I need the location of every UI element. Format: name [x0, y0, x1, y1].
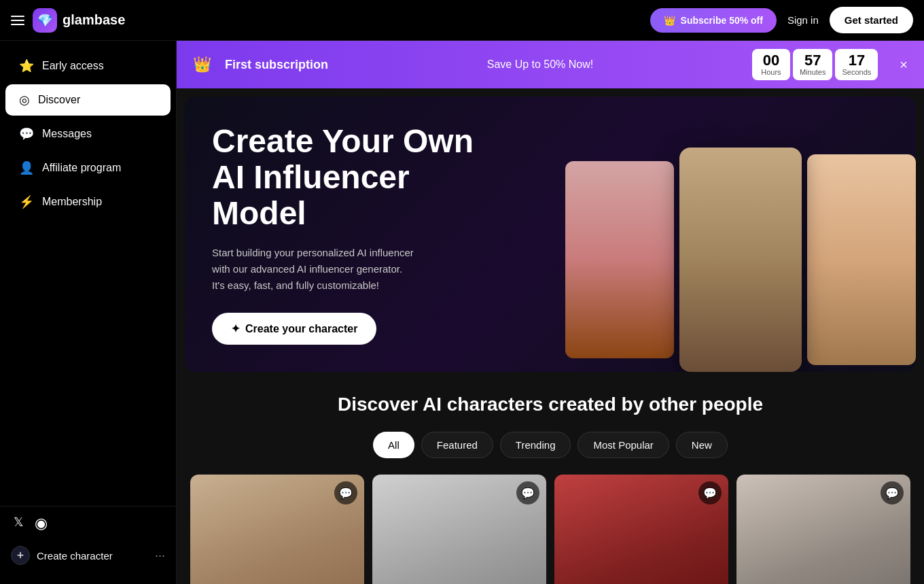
signin-button[interactable]: Sign in	[787, 14, 819, 26]
timer-hours-value: 00	[759, 53, 783, 68]
sidebar-item-discover[interactable]: ◎ Discover	[5, 84, 171, 116]
banner-close-button[interactable]: ×	[900, 57, 908, 73]
create-character-button[interactable]: ✦ Create your character	[212, 313, 376, 345]
countdown-timer: 00 Hours 57 Minutes 17 Seconds	[752, 49, 878, 80]
crown-icon: 👑	[664, 15, 675, 26]
timer-seconds: 17 Seconds	[835, 49, 878, 80]
timer-seconds-label: Seconds	[842, 68, 871, 76]
main-content: 👑 First subscription Save Up to 50% Now!…	[177, 41, 924, 584]
hero-title: Create Your Own AI Influencer Model	[212, 124, 474, 231]
twitter-x-icon[interactable]: 𝕏	[14, 515, 24, 532]
character-card-3[interactable]: 💬	[554, 475, 728, 584]
filter-tab-featured[interactable]: Featured	[421, 432, 493, 458]
discover-section: Discover AI characters created by other …	[177, 380, 924, 584]
timer-minutes-label: Minutes	[800, 68, 826, 76]
timer-hours-label: Hours	[759, 68, 783, 76]
hero-image-3	[807, 154, 916, 365]
banner-title: First subscription	[225, 58, 328, 72]
sidebar-item-label: Affiliate program	[42, 162, 121, 174]
sidebar: ⭐ Early access ◎ Discover 💬 Messages 👤 A…	[0, 41, 177, 584]
timer-minutes-value: 57	[800, 53, 826, 68]
hamburger-menu[interactable]	[11, 16, 24, 25]
filter-tab-trending[interactable]: Trending	[500, 432, 571, 458]
sidebar-item-label: Messages	[42, 128, 92, 140]
sidebar-bottom: 𝕏 ◉ + Create character ···	[0, 506, 176, 576]
filter-tabs: All Featured Trending Most Popular New	[188, 432, 913, 458]
sidebar-item-label: Membership	[42, 196, 102, 208]
hero-section: Create Your Own AI Influencer Model Star…	[185, 97, 916, 372]
logo-icon: 💎	[33, 8, 57, 33]
create-character-label: Create character	[37, 550, 148, 562]
banner-crown-icon: 👑	[193, 56, 211, 73]
filter-tab-new[interactable]: New	[676, 432, 728, 458]
membership-icon: ⚡	[19, 194, 34, 209]
timer-minutes: 57 Minutes	[793, 49, 833, 80]
star-icon: ⭐	[19, 58, 34, 73]
top-navigation: 💎 glambase 👑 Subscribe 50% off Sign in G…	[0, 0, 924, 41]
create-character-plus-button[interactable]: +	[11, 546, 30, 565]
filter-tab-all[interactable]: All	[373, 432, 414, 458]
character-card-4[interactable]: 💬	[736, 475, 910, 584]
hero-text-content: Create Your Own AI Influencer Model Star…	[212, 124, 474, 345]
banner-subtitle: Save Up to 50% Now!	[487, 58, 594, 71]
messages-icon: 💬	[19, 126, 34, 141]
social-icons: 𝕏 ◉	[11, 515, 165, 532]
timer-hours: 00 Hours	[752, 49, 790, 80]
main-layout: ⭐ Early access ◎ Discover 💬 Messages 👤 A…	[0, 41, 924, 584]
timer-seconds-value: 17	[842, 53, 871, 68]
subscribe-button[interactable]: 👑 Subscribe 50% off	[650, 8, 777, 33]
sidebar-item-messages[interactable]: 💬 Messages	[5, 118, 171, 150]
sparkle-icon: ✦	[231, 322, 240, 335]
create-character-row: + Create character ···	[11, 543, 165, 568]
sidebar-item-label: Discover	[38, 94, 80, 106]
more-options-button[interactable]: ···	[155, 549, 165, 563]
hero-image-2	[679, 148, 802, 372]
character-card-1[interactable]: 💬	[190, 475, 364, 584]
subscription-banner: 👑 First subscription Save Up to 50% Now!…	[177, 41, 924, 88]
discover-icon: ◎	[19, 92, 30, 107]
medium-icon[interactable]: ◉	[35, 515, 48, 532]
hero-subtitle: Start building your personalized AI infl…	[212, 245, 474, 294]
sidebar-item-membership[interactable]: ⚡ Membership	[5, 186, 171, 218]
logo-area: 💎 glambase	[33, 8, 125, 33]
hero-image-1	[565, 161, 674, 358]
sidebar-item-label: Early access	[42, 60, 104, 72]
sidebar-item-affiliate[interactable]: 👤 Affiliate program	[5, 152, 171, 184]
character-card-2[interactable]: 💬	[372, 475, 546, 584]
getstarted-button[interactable]: Get started	[830, 7, 913, 33]
affiliate-icon: 👤	[19, 160, 34, 175]
logo-text: glambase	[63, 12, 125, 28]
filter-tab-most-popular[interactable]: Most Popular	[578, 432, 669, 458]
discover-title: Discover AI characters created by other …	[188, 394, 913, 415]
sidebar-item-early-access[interactable]: ⭐ Early access	[5, 50, 171, 82]
characters-grid: 💬 💬 💬 💬	[188, 475, 913, 584]
hero-images	[565, 141, 916, 372]
